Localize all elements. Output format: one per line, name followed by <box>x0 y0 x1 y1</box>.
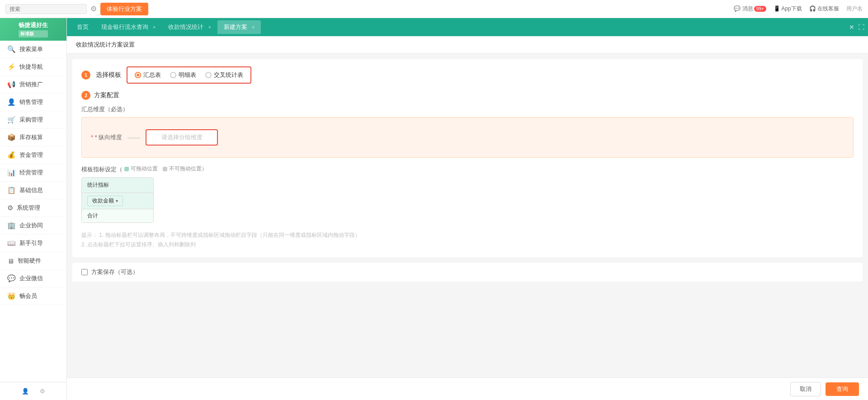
tab-receipts-close[interactable]: × <box>208 24 211 30</box>
row-label-text: * 纵向维度 <box>95 134 123 141</box>
tab-bar-right: ✕ ⛶ <box>849 24 864 31</box>
tab-home-label: 首页 <box>77 23 89 31</box>
trial-button[interactable]: 体验行业方案 <box>100 3 148 15</box>
arrow-right-icon: —— <box>127 134 140 141</box>
required-star: * <box>91 134 93 141</box>
stat-tag-label: 收款金额 <box>92 197 114 205</box>
sidebar-item-guide[interactable]: 📖 新手引导 <box>0 235 66 252</box>
sidebar-label-purchase: 采购管理 <box>19 116 43 124</box>
messages-link[interactable]: 💬 消息99+ <box>734 5 766 13</box>
tab-home[interactable]: 首页 <box>71 20 95 34</box>
system-icon: ⚙ <box>7 204 13 212</box>
sidebar-label-inventory: 库存核算 <box>19 133 43 141</box>
tab-receipts[interactable]: 收款情况统计 × <box>162 20 217 34</box>
sidebar-label-hardware: 智能硬件 <box>18 257 41 265</box>
radio-detail[interactable]: 明细表 <box>170 71 196 79</box>
dim-placeholder: 请选择分组维度 <box>161 133 203 141</box>
marketing-icon: 📢 <box>7 80 16 89</box>
tip-text: 提示： 1. 拖动标题栏可以调整布局，不可跨维度或指标区域拖动栏目字段（只能在同… <box>81 231 854 250</box>
dimension-section-label: 汇总维度（必选） <box>81 105 854 113</box>
sidebar-item-system[interactable]: ⚙ 系统管理 <box>0 199 66 217</box>
sidebar-item-member[interactable]: 👑 畅会员 <box>0 287 66 305</box>
tab-cashbank[interactable]: 现金银行流水查询 × <box>95 20 162 34</box>
tip-line-2: 2. 点击标题栏下拉可设置排序、插入列和删除列 <box>81 240 854 250</box>
sidebar-item-sales[interactable]: 👤 销售管理 <box>0 94 66 111</box>
radio-summary-label: 汇总表 <box>143 71 161 79</box>
save-row: 方案保存（可选） <box>72 263 863 282</box>
top-header: ⚙ 体验行业方案 💬 消息99+ 📱 App下载 🎧 在线客服 用户名 <box>0 0 868 18</box>
radio-summary[interactable]: 汇总表 <box>135 71 161 79</box>
tip-line-1: 提示： 1. 拖动标题栏可以调整布局，不可跨维度或指标区域拖动栏目字段（只能在同… <box>81 231 854 240</box>
cancel-button[interactable]: 取消 <box>790 382 821 396</box>
edition-badge: 标准版 <box>19 30 48 38</box>
query-button[interactable]: 查询 <box>826 382 859 396</box>
page-content: 收款情况统计方案设置 1 选择模板 汇总表 明细表 <box>67 36 868 377</box>
step1-badge: 1 <box>81 71 90 80</box>
form-section: 1 选择模板 汇总表 明细表 交叉统计表 <box>72 59 863 257</box>
radio-cross[interactable]: 交叉统计表 <box>205 71 243 79</box>
radio-cross-circle <box>205 72 212 78</box>
dimension-select[interactable]: 请选择分组维度 <box>146 129 218 146</box>
sidebar-label-wechat: 企业微信 <box>19 274 43 282</box>
enterprise-icon: 🏢 <box>7 221 16 230</box>
tab-maximize-icon[interactable]: ⛶ <box>858 24 864 31</box>
sidebar-item-purchase[interactable]: 🛒 采购管理 <box>0 111 66 129</box>
sidebar-label-quick-nav: 快捷导航 <box>19 63 43 71</box>
dim-row: * * 纵向维度 —— 请选择分组维度 <box>91 129 218 146</box>
drag-dot <box>124 167 129 171</box>
save-row-label: 方案保存（可选） <box>91 268 138 276</box>
radio-detail-circle <box>170 72 176 78</box>
member-icon: 👑 <box>7 292 16 300</box>
sidebar-item-inventory[interactable]: 📦 库存核算 <box>0 129 66 146</box>
app-download-link[interactable]: 📱 App下载 <box>774 5 802 13</box>
dropdown-icon[interactable]: ▾ <box>116 198 118 203</box>
draggable-legend: 可拖动位置 <box>124 165 158 173</box>
quick-nav-icon: ⚡ <box>7 63 16 71</box>
search-input[interactable] <box>5 4 87 14</box>
sidebar-item-operation[interactable]: 📊 经营管理 <box>0 164 66 182</box>
search-menu-icon: 🔍 <box>7 45 16 53</box>
indicator-section-label: 模板指标设定（ 可拖动位置 不可拖动位置） <box>81 165 207 174</box>
no-drag-legend: 不可拖动位置） <box>163 165 207 173</box>
content-area: 首页 现金银行流水查询 × 收款情况统计 × 新建方案 × ✕ ⛶ 收款情况统计… <box>67 18 868 400</box>
stat-tag-amount[interactable]: 收款金额 ▾ <box>87 196 123 206</box>
draggable-label: 可拖动位置 <box>131 165 158 173</box>
sidebar-item-marketing[interactable]: 📢 营销推广 <box>0 76 66 94</box>
tab-close-icon[interactable]: ✕ <box>849 24 854 31</box>
sidebar-item-enterprise[interactable]: 🏢 企业协同 <box>0 217 66 235</box>
tab-cashbank-label: 现金银行流水查询 <box>101 23 148 31</box>
indicator-label-text: 模板指标设定（ <box>81 166 123 173</box>
user-info: 用户名 <box>846 5 863 13</box>
indicator-section: 模板指标设定（ 可拖动位置 不可拖动位置） <box>81 165 854 224</box>
sidebar-bottom-icon2[interactable]: ⚙ <box>40 388 45 395</box>
tab-new-plan-close[interactable]: × <box>252 24 255 30</box>
tab-cashbank-close[interactable]: × <box>153 24 156 30</box>
indicator-header: 统计指标 <box>82 178 153 193</box>
sidebar-item-basic-info[interactable]: 📋 基础信息 <box>0 182 66 199</box>
sidebar-bottom-icon1[interactable]: 👤 <box>22 388 29 395</box>
sidebar-item-search[interactable]: 🔍 搜索菜单 <box>0 41 66 58</box>
online-service-link[interactable]: 🎧 在线客服 <box>809 5 839 13</box>
sidebar-item-wechat[interactable]: 💬 企业微信 <box>0 270 66 287</box>
hardware-icon: 🖥 <box>7 257 14 265</box>
purchase-icon: 🛒 <box>7 116 16 124</box>
sidebar-label-basic-info: 基础信息 <box>19 186 43 194</box>
dimension-area: * * 纵向维度 —— 请选择分组维度 <box>81 117 854 158</box>
indicator-total-row: 合计 <box>82 209 153 222</box>
page-title-bar: 收款情况统计方案设置 <box>67 36 868 54</box>
sidebar-label-operation: 经营管理 <box>19 169 43 177</box>
sidebar-item-hardware[interactable]: 🖥 智能硬件 <box>0 252 66 270</box>
page-title: 收款情况统计方案设置 <box>76 41 135 48</box>
gear-icon[interactable]: ⚙ <box>90 5 97 13</box>
sidebar-label-system: 系统管理 <box>17 204 40 212</box>
tab-new-plan[interactable]: 新建方案 × <box>217 20 261 34</box>
template-select-box: 汇总表 明细表 交叉统计表 <box>127 66 251 84</box>
no-drag-label: 不可拖动位置） <box>169 165 207 173</box>
sales-icon: 👤 <box>7 98 16 106</box>
save-checkbox[interactable] <box>81 269 88 275</box>
sidebar-item-finance[interactable]: 💰 资金管理 <box>0 146 66 164</box>
indicator-label-row: 模板指标设定（ 可拖动位置 不可拖动位置） <box>81 165 854 174</box>
sidebar-item-quick-nav[interactable]: ⚡ 快捷导航 <box>0 58 66 76</box>
sidebar-label-sales: 销售管理 <box>19 98 43 106</box>
radio-detail-label: 明细表 <box>179 71 196 79</box>
